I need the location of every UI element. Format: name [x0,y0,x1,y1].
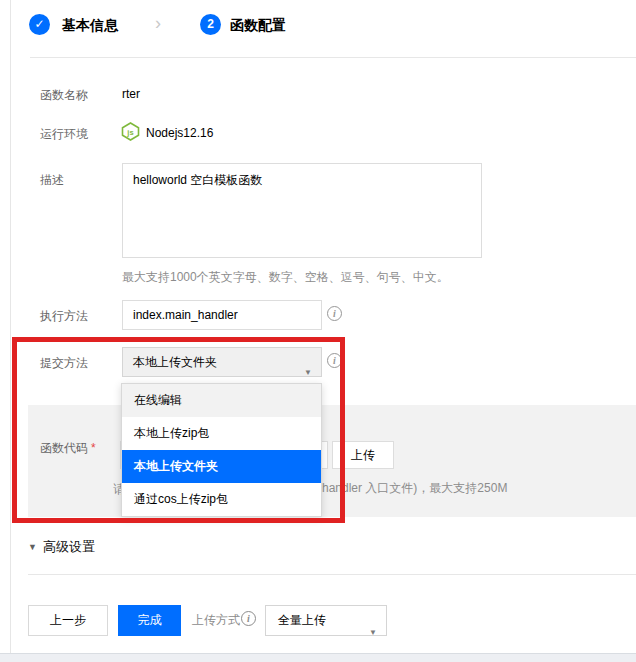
page-background-strip [0,654,636,662]
dropdown-option-cos-zip[interactable]: 通过cos上传zip包 [122,483,321,516]
triangle-down-icon: ▼ [28,542,37,552]
nodejs-icon: js [121,122,140,141]
chevron-right-icon: › [155,14,161,32]
upload-mode-select[interactable]: 全量上传 ▼ [265,605,387,636]
handler-input[interactable] [122,300,322,330]
handler-label: 执行方法 [40,308,88,325]
upload-mode-info-icon[interactable]: i [241,611,256,626]
upload-mode-label: 上传方式 [192,612,240,629]
stepper-divider [30,57,636,58]
submit-method-label: 提交方法 [40,355,88,372]
footer-divider [28,574,636,575]
caret-down-icon: ▼ [369,618,377,647]
step1-label[interactable]: 基本信息 [62,17,118,35]
dropdown-option-local-zip[interactable]: 本地上传zip包 [122,417,321,450]
description-textarea[interactable]: helloworld 空白模板函数 [122,163,482,258]
submit-method-value: 本地上传文件夹 [133,355,217,369]
dropdown-option-online-edit[interactable]: 在线编辑 [122,384,321,417]
code-hint-fragment: 请 [113,481,121,498]
submit-method-dropdown-menu: 在线编辑 本地上传zip包 本地上传文件夹 通过cos上传zip包 [121,383,322,517]
step1-check-icon[interactable]: ✓ [29,14,50,35]
handler-info-icon[interactable]: i [327,306,342,321]
step2-label: 函数配置 [230,17,286,35]
function-config-page: ✓ 基本信息 › 2 函数配置 函数名称 rter 运行环境 js Nodejs… [0,0,636,662]
runtime-label: 运行环境 [40,126,88,143]
submit-method-select[interactable]: 本地上传文件夹 ▼ [122,347,322,377]
svg-text:js: js [126,128,133,137]
panel-left-border [10,0,11,653]
function-name-label: 函数名称 [40,87,88,104]
runtime-value: Nodejs12.16 [146,126,213,140]
submit-method-info-icon[interactable]: i [327,353,342,368]
finish-button[interactable]: 完成 [118,605,181,636]
description-hint: 最大支持1000个英文字母、数字、空格、逗号、句号、中文。 [122,269,449,286]
code-hint-text: handler 入口文件)，最大支持250M [322,480,507,497]
upload-button[interactable]: 上传 [332,441,394,469]
description-label: 描述 [40,172,64,189]
function-name-value: rter [122,87,140,101]
required-asterisk: * [91,441,96,455]
advanced-settings-toggle[interactable]: 高级设置 [43,538,95,556]
previous-step-button[interactable]: 上一步 [28,605,108,636]
function-code-label: 函数代码* [40,440,96,457]
dropdown-option-local-folder[interactable]: 本地上传文件夹 [122,450,321,483]
upload-mode-value: 全量上传 [278,613,326,627]
step2-number-badge: 2 [200,14,221,35]
